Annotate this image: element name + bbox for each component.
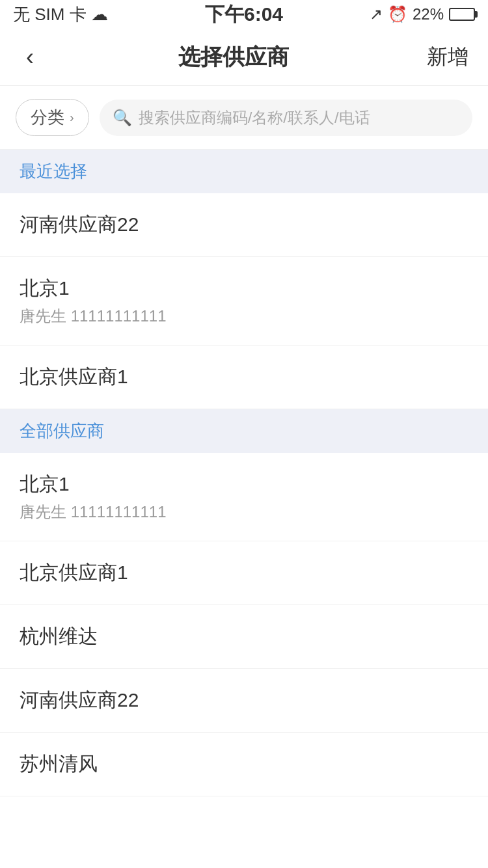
recent-list: 河南供应商22北京1唐先生 11111111111北京供应商1 <box>0 193 488 409</box>
item-name: 苏州清风 <box>20 751 468 778</box>
category-button[interactable]: 分类 › <box>16 99 89 136</box>
filter-bar: 分类 › 🔍 搜索供应商编码/名称/联系人/电话 <box>0 86 488 150</box>
item-sub: 唐先生 11111111111 <box>20 306 468 327</box>
item-sub: 唐先生 11111111111 <box>20 502 468 522</box>
item-name: 河南供应商22 <box>20 211 468 238</box>
search-box[interactable]: 🔍 搜索供应商编码/名称/联系人/电话 <box>100 100 472 136</box>
category-label: 分类 <box>31 106 64 129</box>
status-right: ↗ ⏰ 22% <box>370 5 475 23</box>
item-name: 杭州维达 <box>20 623 468 650</box>
item-name: 北京1 <box>20 471 468 498</box>
all-section-label: 全部供应商 <box>20 421 104 441</box>
all-list-item[interactable]: 北京供应商1 <box>0 541 488 605</box>
alarm-icon: ⏰ <box>388 5 407 23</box>
add-button[interactable]: 新增 <box>427 43 468 72</box>
recent-list-item[interactable]: 北京供应商1 <box>0 346 488 409</box>
all-list: 北京1唐先生 11111111111北京供应商1杭州维达河南供应商22苏州清风 <box>0 453 488 796</box>
item-name: 北京1 <box>20 275 468 302</box>
chevron-right-icon: › <box>70 110 74 125</box>
nav-bar: ‹ 选择供应商 新增 <box>0 29 488 86</box>
status-left: 无 SIM 卡 ☁ <box>13 3 108 26</box>
recent-section-header: 最近选择 <box>0 150 488 193</box>
page-title: 选择供应商 <box>178 42 289 72</box>
all-list-item[interactable]: 苏州清风 <box>0 733 488 796</box>
recent-section-label: 最近选择 <box>20 161 87 181</box>
status-bar: 无 SIM 卡 ☁ 下午6:04 ↗ ⏰ 22% <box>0 0 488 29</box>
all-list-item[interactable]: 杭州维达 <box>0 605 488 669</box>
item-name: 北京供应商1 <box>20 560 468 586</box>
item-name: 北京供应商1 <box>20 364 468 390</box>
search-icon: 🔍 <box>113 109 132 127</box>
status-time: 下午6:04 <box>205 1 283 28</box>
battery-icon <box>449 8 475 21</box>
sim-label: 无 SIM 卡 ☁ <box>13 3 108 26</box>
all-list-item[interactable]: 北京1唐先生 11111111111 <box>0 453 488 541</box>
recent-list-item[interactable]: 河南供应商22 <box>0 193 488 257</box>
back-button[interactable]: ‹ <box>20 37 40 77</box>
item-name: 河南供应商22 <box>20 687 468 714</box>
all-section-header: 全部供应商 <box>0 409 488 453</box>
all-list-item[interactable]: 河南供应商22 <box>0 669 488 733</box>
battery-label: 22% <box>413 5 444 23</box>
location-icon: ↗ <box>370 5 383 23</box>
recent-list-item[interactable]: 北京1唐先生 11111111111 <box>0 257 488 346</box>
search-placeholder: 搜索供应商编码/名称/联系人/电话 <box>139 107 370 128</box>
